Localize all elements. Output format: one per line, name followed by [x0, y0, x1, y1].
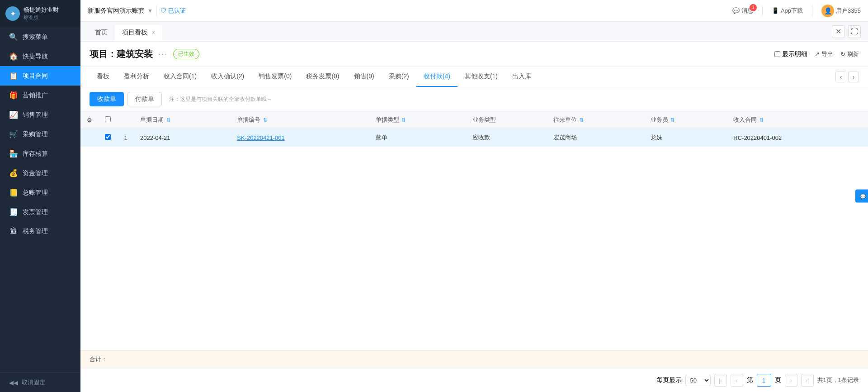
sidebar-item-ledger[interactable]: 📒 总账管理 — [0, 183, 80, 202]
account-name: 新服务官网演示账套 — [88, 7, 145, 15]
sidebar-item-search[interactable]: 🔍 搜索菜单 — [0, 27, 80, 47]
sidebar-item-project-contract[interactable]: 📋 项目合同 — [0, 66, 80, 86]
topbar-right: 💬 消息 1 📱 App下载 👤 用户3355 — [732, 5, 861, 17]
feedback-button[interactable]: 💬 — [855, 190, 868, 203]
message-icon: 💬 — [732, 7, 740, 14]
sidebar-item-sales[interactable]: 📈 销售管理 — [0, 105, 80, 124]
salesman-column-label: 业务员 — [651, 116, 668, 123]
sidebar-item-marketing[interactable]: 🎁 营销推广 — [0, 86, 80, 105]
sec-tab-payment-label: 收付款(4) — [424, 72, 450, 80]
more-options-icon[interactable]: ··· — [158, 49, 168, 59]
last-page-button[interactable]: ›| — [801, 374, 814, 387]
date-column-header[interactable]: 单据日期 ⇅ — [135, 111, 231, 129]
row-settings — [80, 129, 99, 147]
sec-tabs: 看板 盈利分析 收入合同(1) 收入确认(2) 销售发票(0) 税务发票(0) … — [80, 67, 868, 87]
row-checkbox[interactable] — [105, 134, 111, 140]
sec-tab-next-button[interactable]: › — [848, 72, 859, 82]
sec-tab-purchase[interactable]: 采购(2) — [382, 67, 416, 87]
page-size-select[interactable]: 50 100 200 — [685, 375, 711, 386]
sec-tab-sales-invoice-label: 销售发票(0) — [259, 72, 292, 80]
sidebar-unpin-button[interactable]: ◀◀ 取消固定 — [0, 373, 80, 392]
sort-icon: ⇅ — [670, 117, 675, 123]
sec-tab-income-confirm[interactable]: 收入确认(2) — [204, 67, 251, 87]
salesman-column-header[interactable]: 业务员 ⇅ — [645, 111, 728, 129]
tab-project-board[interactable]: 项目看板 × — [115, 25, 162, 41]
sec-tab-payment[interactable]: 收付款(4) — [416, 67, 458, 87]
type-column-header[interactable]: 单据类型 ⇅ — [370, 111, 467, 129]
message-button[interactable]: 💬 消息 1 — [732, 7, 753, 15]
payment-tab-button[interactable]: 付款单 — [127, 92, 162, 106]
no-column-label: 单据编号 — [237, 116, 260, 123]
export-button[interactable]: ↗ 导出 — [815, 50, 833, 58]
sidebar-item-label: 资金管理 — [23, 169, 48, 177]
sidebar-item-label: 库存核算 — [23, 150, 48, 158]
sec-tab-sales-label: 销售(0) — [354, 72, 374, 80]
type-column-label: 单据类型 — [376, 116, 399, 123]
sidebar-item-tax[interactable]: 🏛 税务管理 — [0, 222, 80, 241]
sec-tab-kanban[interactable]: 看板 — [90, 67, 117, 87]
pin-icon: ◀◀ — [9, 379, 18, 386]
tab-project-board-label: 项目看板 — [122, 29, 147, 36]
sidebar-item-purchase[interactable]: 🛒 采购管理 — [0, 124, 80, 144]
row-no-link[interactable]: SK-20220421-001 — [237, 134, 285, 141]
settings-column-header[interactable]: ⚙ — [80, 111, 99, 129]
store-icon: 🏪 — [9, 149, 18, 158]
current-page-display: 1 — [757, 374, 771, 387]
sec-tab-income-contract[interactable]: 收入合同(1) — [156, 67, 204, 87]
sidebar-item-fund[interactable]: 💰 资金管理 — [0, 163, 80, 183]
show-detail-input[interactable] — [774, 51, 780, 57]
sidebar-item-quick-nav[interactable]: 🏠 快捷导航 — [0, 47, 80, 66]
certified-badge: 🛡 已认证 — [160, 7, 186, 15]
refresh-button[interactable]: ↻ 刷新 — [840, 50, 859, 58]
tab-close-icon[interactable]: × — [152, 29, 155, 36]
sec-tab-profit[interactable]: 盈利分析 — [117, 67, 156, 87]
phone-icon: 📱 — [772, 7, 779, 14]
partner-column-header[interactable]: 往来单位 ⇅ — [548, 111, 645, 129]
sec-tab-sales[interactable]: 销售(0) — [347, 67, 382, 87]
app-download-button[interactable]: 📱 App下载 — [772, 7, 803, 15]
refresh-icon: ↻ — [840, 51, 845, 57]
sidebar-nav: 🔍 搜索菜单 🏠 快捷导航 📋 项目合同 🎁 营销推广 📈 销售管理 🛒 采购管… — [0, 27, 80, 373]
export-icon: ↗ — [815, 51, 820, 57]
next-page-button[interactable]: › — [785, 374, 797, 387]
sec-tab-profit-label: 盈利分析 — [124, 72, 149, 80]
app-name: 畅捷通好业财 — [24, 6, 59, 14]
row-num: 1 — [117, 129, 135, 147]
first-page-button[interactable]: |‹ — [714, 374, 727, 387]
sidebar-item-invoice[interactable]: 🧾 发票管理 — [0, 202, 80, 222]
sec-tab-other-expense[interactable]: 其他收支(1) — [458, 67, 505, 87]
maximize-window-button[interactable]: ⛶ — [848, 25, 861, 38]
close-window-button[interactable]: ✕ — [832, 25, 844, 38]
income-contract-column-header[interactable]: 收入合同 ⇅ — [728, 111, 868, 129]
row-date: 2022-04-21 — [135, 129, 231, 147]
no-column-header[interactable]: 单据编号 ⇅ — [231, 111, 370, 129]
project-label: 项目： — [90, 49, 117, 59]
page-word2: 页 — [775, 376, 781, 384]
num-column-header — [117, 111, 135, 129]
export-label: 导出 — [821, 50, 833, 58]
row-no[interactable]: SK-20220421-001 — [231, 129, 370, 147]
show-detail-label: 显示明细 — [782, 50, 807, 58]
sec-tab-in-out[interactable]: 出入库 — [505, 67, 538, 87]
logo-icon: ✦ — [10, 10, 16, 18]
tab-home[interactable]: 首页 — [88, 25, 115, 41]
sec-tab-tax-invoice[interactable]: 税务发票(0) — [299, 67, 346, 87]
sidebar-item-inventory[interactable]: 🏪 库存核算 — [0, 144, 80, 163]
prev-page-button[interactable]: ‹ — [731, 374, 743, 387]
divider — [812, 5, 812, 16]
account-selector[interactable]: 新服务官网演示账套 ▼ — [88, 7, 153, 15]
sec-tab-sales-invoice[interactable]: 销售发票(0) — [251, 67, 299, 87]
receipt-tab-button[interactable]: 收款单 — [90, 92, 124, 106]
select-all-checkbox[interactable] — [105, 116, 111, 122]
sidebar-item-label: 发票管理 — [23, 208, 48, 216]
table-row[interactable]: 1 2022-04-21 SK-20220421-001 蓝单 应收款 宏茂商场… — [80, 129, 868, 147]
user-button[interactable]: 👤 用户3355 — [821, 5, 861, 17]
divider — [762, 5, 763, 16]
row-checkbox-cell[interactable] — [99, 129, 117, 147]
sidebar: ✦ 畅捷通好业财 标准版 🔍 搜索菜单 🏠 快捷导航 📋 项目合同 🎁 营销推广… — [0, 0, 80, 392]
sidebar-item-label: 税务管理 — [23, 227, 48, 235]
tabbar-actions: ✕ ⛶ — [832, 25, 861, 38]
show-detail-checkbox[interactable]: 显示明细 — [774, 50, 807, 58]
sec-tab-prev-button[interactable]: ‹ — [835, 72, 846, 82]
total-row: 合计： — [80, 350, 868, 368]
